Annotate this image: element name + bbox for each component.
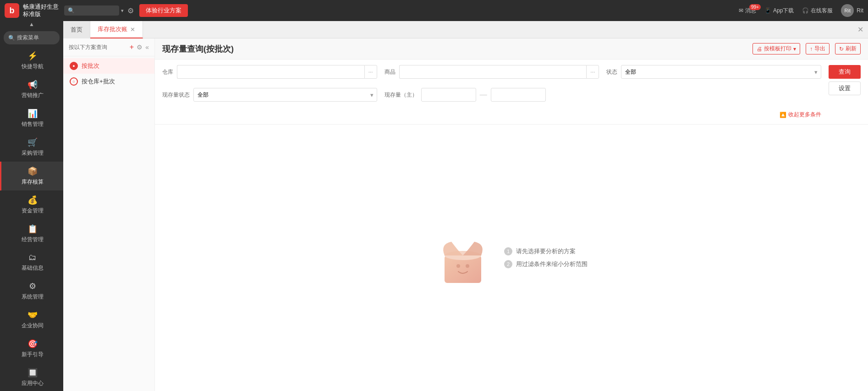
- brand-name: 畅康通好生意: [23, 3, 59, 11]
- sidebar-scroll-up[interactable]: ▲: [0, 21, 63, 27]
- sidebar-item-basic[interactable]: 🗂 基础信息: [0, 248, 63, 277]
- tab-close-btn[interactable]: ✕: [130, 27, 135, 33]
- topbar-search-dropdown[interactable]: ▾: [121, 8, 124, 14]
- stock-main-from-input[interactable]: [421, 88, 476, 102]
- sidebar-item-quick-nav[interactable]: ⚡ 快捷导航: [0, 46, 63, 75]
- filter-stock-status: 现存量状态 全部 有库存 无库存: [162, 88, 377, 102]
- status-select-wrap: 全部 正常 停用: [621, 65, 821, 79]
- system-icon: ⚙: [29, 281, 36, 291]
- panel-collapse-btn[interactable]: «: [145, 43, 149, 51]
- left-panel-header: 按以下方案查询 + ⚙ «: [63, 38, 154, 56]
- refresh-icon: ↻: [839, 46, 844, 52]
- sidebar-search[interactable]: 🔍 搜索菜单: [4, 31, 60, 44]
- inventory-icon: 📦: [27, 166, 38, 176]
- topbar: b 畅康通好生意 标准版 🔍 ▾ ⚙ 体验行业方案 ✉ 消息 99+ 📱 App…: [0, 0, 868, 21]
- filter-row-1: 仓库 ··· 商品: [162, 65, 821, 79]
- basic-icon: 🗂: [28, 253, 37, 262]
- schema-warehouse-batch-icon: ○: [70, 77, 78, 86]
- sidebar-item-marketing[interactable]: 📢 营销推广: [0, 75, 63, 104]
- topbar-right: ✉ 消息 99+ 📱 App下载 🎧 在线客服 Rit Rit: [739, 4, 863, 17]
- sidebar: ▲ 🔍 搜索菜单 ⚡ 快捷导航 📢 营销推广 📊 销售管理 🛒 采购管理 📦 库…: [0, 21, 63, 391]
- apps-icon: 🔲: [27, 368, 38, 378]
- topbar-settings-icon[interactable]: ⚙: [127, 6, 134, 15]
- filter-area: 仓库 ··· 商品: [155, 60, 868, 125]
- product-input[interactable]: [399, 65, 587, 79]
- stock-status-select[interactable]: 全部 有库存 无库存: [193, 88, 377, 102]
- export-icon: ↑: [810, 46, 813, 52]
- sidebar-item-newbie[interactable]: 🎯 新手引导: [0, 334, 63, 363]
- status-select[interactable]: 全部 正常 停用: [621, 65, 821, 79]
- warehouse-input-wrap: ···: [177, 65, 377, 79]
- stock-main-to-input[interactable]: [491, 88, 546, 102]
- marketing-icon: 📢: [27, 80, 38, 90]
- tip-1-text: 请先选择要分析的方案: [516, 247, 576, 255]
- product-dots-btn[interactable]: ···: [586, 65, 599, 79]
- product-input-wrap: ···: [399, 65, 599, 79]
- operations-icon: 📋: [27, 224, 38, 234]
- export-btn[interactable]: ↑ 导出: [806, 43, 830, 54]
- filter-warehouse: 仓库 ···: [162, 65, 377, 79]
- quick-nav-icon: ⚡: [27, 51, 38, 61]
- tab-bar-close-all[interactable]: ✕: [857, 25, 868, 34]
- page-title: 现存量查询(按批次): [162, 43, 234, 54]
- sidebar-item-sales[interactable]: 📊 销售管理: [0, 104, 63, 133]
- empty-illustration: [435, 230, 490, 285]
- add-schema-btn[interactable]: +: [130, 43, 134, 51]
- empty-tips: 1 请先选择要分析的方案 2 用过滤条件来缩小分析范围: [504, 247, 588, 268]
- page-title-actions: 🖨 按模板打印 ▾ ↑ 导出 ↻ 刷新: [753, 43, 861, 54]
- stock-status-select-wrap: 全部 有库存 无库存: [193, 88, 377, 102]
- tip-1-number: 1: [504, 247, 512, 255]
- avatar: Rit: [841, 4, 854, 17]
- collapse-icon: 🔼: [780, 112, 786, 118]
- right-content: 现存量查询(按批次) 🖨 按模板打印 ▾ ↑ 导出 ↻: [155, 38, 868, 391]
- topbar-search[interactable]: 🔍: [64, 5, 119, 16]
- schema-settings-btn[interactable]: ⚙: [137, 43, 143, 51]
- user-profile[interactable]: Rit Rit: [841, 4, 863, 17]
- schema-list: ● 按批次 ○ 按仓库+批次: [63, 56, 154, 391]
- tip-2-number: 2: [504, 260, 512, 268]
- main-layout: ▲ 🔍 搜索菜单 ⚡ 快捷导航 📢 营销推广 📊 销售管理 🛒 采购管理 📦 库…: [0, 21, 868, 391]
- tab-home[interactable]: 首页: [63, 21, 90, 38]
- tab-batch-account[interactable]: 库存批次账 ✕: [90, 21, 143, 38]
- sidebar-item-purchase[interactable]: 🛒 采购管理: [0, 133, 63, 162]
- query-btn[interactable]: 查询: [829, 65, 861, 79]
- sidebar-item-operations[interactable]: 📋 经营管理: [0, 219, 63, 248]
- warehouse-dots-btn[interactable]: ···: [364, 65, 377, 79]
- trial-button[interactable]: 体验行业方案: [139, 4, 188, 17]
- filter-status: 状态 全部 正常 停用: [606, 65, 821, 79]
- schema-item-batch[interactable]: ● 按批次: [63, 58, 154, 74]
- page-title-bar: 现存量查询(按批次) 🖨 按模板打印 ▾ ↑ 导出 ↻: [155, 38, 868, 60]
- collapse-filter-btn[interactable]: 🔼 收起更多条件: [780, 111, 821, 119]
- filter-collapse-row: 🔼 收起更多条件: [162, 111, 821, 119]
- sidebar-item-system[interactable]: ⚙ 系统管理: [0, 277, 63, 305]
- print-btn[interactable]: 🖨 按模板打印 ▾: [753, 43, 800, 54]
- tab-bar: 首页 库存批次账 ✕ ✕: [63, 21, 868, 38]
- svg-point-3: [456, 264, 460, 268]
- online-support-btn[interactable]: 🎧 在线客服: [802, 7, 833, 15]
- print-dropdown-icon: ▾: [793, 46, 796, 52]
- app-download-btn[interactable]: 📱 App下载: [764, 7, 794, 15]
- left-panel-actions: + ⚙ «: [130, 43, 149, 51]
- sidebar-item-inventory[interactable]: 📦 库存核算: [0, 162, 63, 190]
- empty-state: 1 请先选择要分析的方案 2 用过滤条件来缩小分析范围: [155, 125, 868, 391]
- filter-row-2: 现存量状态 全部 有库存 无库存: [162, 88, 821, 102]
- refresh-btn[interactable]: ↻ 刷新: [835, 43, 861, 54]
- settings-btn[interactable]: 设置: [829, 81, 861, 95]
- page-content: 按以下方案查询 + ⚙ « ● 按批次 ○ 按仓库+批次: [63, 38, 868, 391]
- message-badge: 99+: [749, 4, 761, 10]
- schema-batch-icon: ●: [70, 62, 78, 70]
- schema-item-warehouse-batch[interactable]: ○ 按仓库+批次: [63, 74, 154, 89]
- sales-icon: 📊: [27, 109, 38, 119]
- filter-product: 商品 ···: [385, 65, 599, 79]
- message-btn[interactable]: ✉ 消息 99+: [739, 7, 756, 15]
- left-panel: 按以下方案查询 + ⚙ « ● 按批次 ○ 按仓库+批次: [63, 38, 155, 391]
- print-icon: 🖨: [757, 46, 762, 52]
- warehouse-input[interactable]: [177, 65, 364, 79]
- tip-2-text: 用过滤条件来缩小分析范围: [516, 260, 588, 268]
- enterprise-icon: 🤝: [27, 310, 38, 320]
- content-area: 首页 库存批次账 ✕ ✕ 按以下方案查询 + ⚙ «: [63, 21, 868, 391]
- finance-icon: 💰: [27, 195, 38, 205]
- sidebar-item-enterprise[interactable]: 🤝 企业协同: [0, 305, 63, 334]
- sidebar-item-finance[interactable]: 💰 资金管理: [0, 190, 63, 219]
- sidebar-item-apps[interactable]: 🔲 应用中心: [0, 363, 63, 391]
